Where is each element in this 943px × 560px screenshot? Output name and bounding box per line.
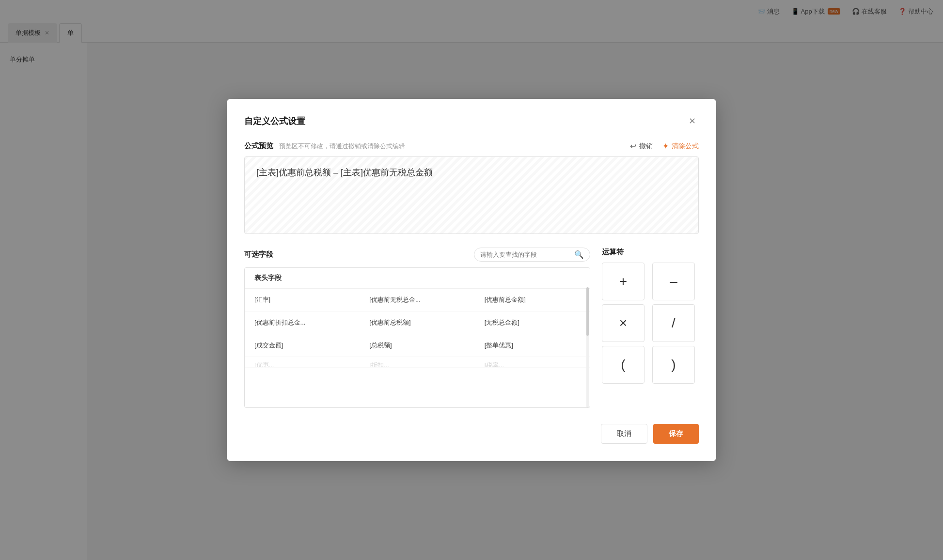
- formula-settings-modal: 自定义公式设置 ✕ 公式预览 预览区不可修改，请通过撤销或清除公式编辑 ↩ 撤销…: [227, 99, 716, 461]
- fields-table[interactable]: 表头字段 [汇率] [优惠前无税总金... [优惠前总金额] [优惠前折扣总金.…: [244, 267, 590, 408]
- field-item[interactable]: [优惠前总税额]: [360, 311, 474, 334]
- modal-header: 自定义公式设置 ✕: [244, 114, 699, 128]
- formula-hint: 预览区不可修改，请通过撤销或清除公式编辑: [279, 142, 630, 151]
- cancel-button[interactable]: 取消: [601, 424, 647, 444]
- operator-plus-button[interactable]: +: [602, 263, 644, 300]
- search-input[interactable]: [480, 251, 570, 258]
- formula-text: [主表]优惠前总税额 – [主表]优惠前无税总金额: [256, 167, 433, 178]
- formula-label: 公式预览: [244, 141, 273, 151]
- formula-actions: ↩ 撤销 ✦ 清除公式: [630, 141, 699, 151]
- clear-icon: ✦: [662, 141, 669, 151]
- operators-section: 运算符 + – × / ( ): [602, 248, 699, 412]
- field-item-partial[interactable]: [税率...: [475, 357, 590, 368]
- field-item[interactable]: [总税额]: [360, 334, 474, 357]
- formula-preview-box: [主表]优惠前总税额 – [主表]优惠前无税总金额: [244, 156, 699, 234]
- field-item[interactable]: [优惠前折扣总金...: [245, 311, 360, 334]
- operators-grid: + – × / ( ): [602, 263, 699, 384]
- modal-title: 自定义公式设置: [244, 115, 305, 127]
- operator-right-paren-button[interactable]: ): [652, 346, 695, 384]
- field-item[interactable]: [成交金额]: [245, 334, 360, 357]
- fields-scrollbar-thumb[interactable]: [586, 287, 589, 336]
- undo-button[interactable]: ↩ 撤销: [630, 141, 653, 151]
- field-item[interactable]: [优惠前无税总金...: [360, 289, 474, 311]
- field-item-partial[interactable]: [折扣...: [360, 357, 474, 368]
- undo-label: 撤销: [639, 142, 653, 151]
- undo-icon: ↩: [630, 141, 636, 151]
- formula-section: 公式预览 预览区不可修改，请通过撤销或清除公式编辑 ↩ 撤销 ✦ 清除公式 [主…: [244, 141, 699, 234]
- field-item-partial[interactable]: [优惠...: [245, 357, 360, 368]
- clear-label: 清除公式: [672, 142, 699, 151]
- operators-label: 运算符: [602, 248, 699, 257]
- bottom-section: 可选字段 🔍 表头字段 [汇率] [优惠前无税总金... [优惠前总金额] [优…: [244, 248, 699, 412]
- operator-left-paren-button[interactable]: (: [602, 346, 644, 384]
- formula-header: 公式预览 预览区不可修改，请通过撤销或清除公式编辑 ↩ 撤销 ✦ 清除公式: [244, 141, 699, 151]
- operator-divide-button[interactable]: /: [652, 304, 695, 342]
- fields-table-header: 表头字段: [245, 268, 590, 289]
- save-button[interactable]: 保存: [653, 424, 699, 444]
- search-box[interactable]: 🔍: [474, 248, 590, 262]
- fields-header: 可选字段 🔍: [244, 248, 590, 262]
- field-item[interactable]: [无税总金额]: [475, 311, 590, 334]
- modal-close-button[interactable]: ✕: [685, 114, 699, 128]
- fields-label: 可选字段: [244, 250, 273, 259]
- operator-multiply-button[interactable]: ×: [602, 304, 644, 342]
- fields-section: 可选字段 🔍 表头字段 [汇率] [优惠前无税总金... [优惠前总金额] [优…: [244, 248, 590, 412]
- field-item[interactable]: [整单优惠]: [475, 334, 590, 357]
- operator-minus-button[interactable]: –: [652, 263, 695, 300]
- field-item[interactable]: [汇率]: [245, 289, 360, 311]
- clear-formula-button[interactable]: ✦ 清除公式: [662, 141, 699, 151]
- fields-grid: [汇率] [优惠前无税总金... [优惠前总金额] [优惠前折扣总金... [优…: [245, 289, 590, 368]
- search-icon: 🔍: [574, 250, 584, 259]
- field-item[interactable]: [优惠前总金额]: [475, 289, 590, 311]
- modal-footer: 取消 保存: [244, 424, 699, 444]
